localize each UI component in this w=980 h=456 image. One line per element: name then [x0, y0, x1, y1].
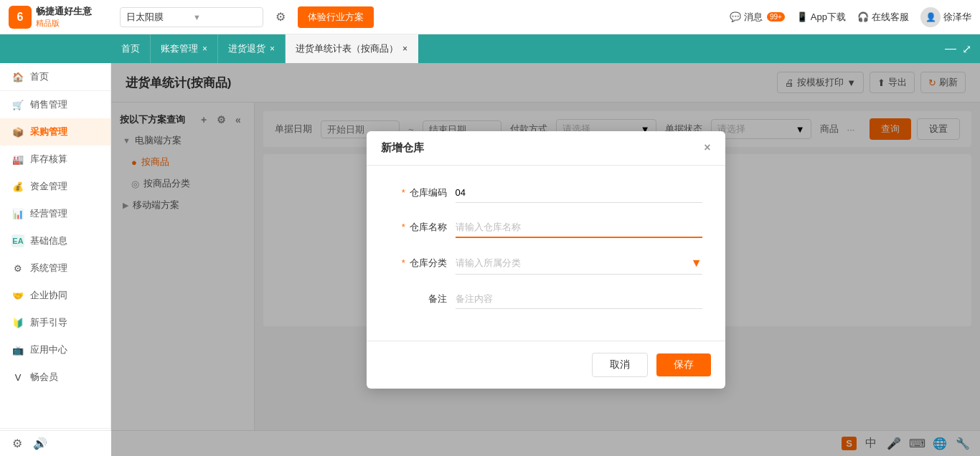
guide-icon: 🔰	[11, 316, 24, 329]
logo-text: 畅捷通好生意 精品版	[36, 5, 92, 29]
headset-icon: 🎧	[857, 11, 869, 22]
tab-accounts[interactable]: 账套管理 ×	[151, 34, 218, 63]
dialog-body: * 仓库编码 * 仓库名称	[367, 166, 725, 341]
search-bar[interactable]: 日太阳膜 ▼	[120, 7, 263, 27]
messages-button[interactable]: 💬 消息 99+	[730, 11, 785, 24]
content-area: 进货单统计(按商品) 🖨 按模板打印 ▼ ⬆ 导出 ↻ 刷新	[111, 63, 980, 456]
form-row-category: * 仓库分类 ▼	[390, 252, 702, 275]
enterprise-icon: 🤝	[11, 289, 24, 302]
member-icon: V	[11, 371, 24, 384]
logo-icon: 6	[9, 6, 32, 29]
save-button[interactable]: 保存	[656, 353, 711, 376]
tab-minimize-button[interactable]: —	[942, 42, 959, 55]
bottom-left: ⚙ 🔊	[9, 435, 49, 452]
code-input[interactable]	[456, 183, 702, 203]
system-icon: ⚙	[11, 262, 24, 275]
form-row-code: * 仓库编码	[390, 183, 702, 203]
sidebar: 🏠 首页 🛒 销售管理 📦 采购管理 🏭 库存核算 💰 资金管理 📊 经营管理 …	[0, 63, 111, 456]
experience-button[interactable]: 体验行业方案	[298, 6, 374, 28]
category-input[interactable]	[456, 257, 691, 268]
top-right: 💬 消息 99+ 📱 App下载 🎧 在线客服 👤 徐泽华	[730, 7, 971, 27]
gear-button[interactable]: ⚙	[269, 6, 292, 29]
search-dropdown-icon: ▼	[193, 13, 257, 22]
code-label: * 仓库编码	[390, 186, 447, 199]
warehouse-icon: 🏭	[11, 153, 24, 166]
form-row-notes: 备注	[390, 289, 702, 309]
info-icon: EA	[11, 234, 24, 247]
sidebar-item-sales[interactable]: 🛒 销售管理	[0, 91, 110, 118]
sidebar-item-apps[interactable]: 📺 应用中心	[0, 336, 110, 364]
category-select[interactable]: ▼	[456, 252, 702, 275]
settings-bottom-icon[interactable]: ⚙	[9, 435, 26, 452]
dialog-footer: 取消 保存	[367, 341, 725, 389]
tab-expand-button[interactable]: ⤢	[959, 42, 974, 56]
message-icon: 💬	[730, 11, 741, 22]
apps-icon: 📺	[11, 343, 24, 356]
category-dropdown-icon: ▼	[691, 257, 702, 270]
cart-icon: 🛒	[11, 98, 24, 111]
dialog-header: 新增仓库 ×	[367, 131, 725, 166]
sidebar-item-purchase[interactable]: 📦 采购管理	[0, 118, 110, 146]
finance-icon: 💰	[11, 180, 24, 193]
sidebar-item-system[interactable]: ⚙ 系统管理	[0, 255, 110, 282]
notes-label: 备注	[390, 293, 447, 305]
tab-home[interactable]: 首页	[111, 34, 151, 63]
tab-close-purchase-return[interactable]: ×	[270, 44, 275, 54]
sidebar-item-operations[interactable]: 📊 经营管理	[0, 200, 110, 227]
tab-bar: 首页 账套管理 × 进货退货 × 进货单统计表（按商品） × — ⤢	[0, 34, 980, 63]
sidebar-item-guide[interactable]: 🔰 新手引导	[0, 309, 110, 336]
app-download-button[interactable]: 📱 App下载	[796, 11, 846, 24]
name-label: * 仓库名称	[390, 221, 447, 234]
main-layout: 🏠 首页 🛒 销售管理 📦 采购管理 🏭 库存核算 💰 资金管理 📊 经营管理 …	[0, 63, 980, 456]
modal-overlay: 新增仓库 × * 仓库编码 *	[111, 63, 980, 456]
sidebar-item-member[interactable]: V 畅会员	[0, 364, 110, 391]
volume-bottom-icon[interactable]: 🔊	[32, 435, 49, 452]
logo-area: 6 畅捷通好生意 精品版	[9, 5, 120, 29]
manage-icon: 📊	[11, 207, 24, 220]
cancel-button[interactable]: 取消	[592, 353, 648, 377]
messages-badge: 99+	[767, 12, 785, 22]
top-header: 6 畅捷通好生意 精品版 日太阳膜 ▼ ⚙ 体验行业方案 💬 消息 99+ 📱 …	[0, 0, 980, 34]
tab-close-purchase-stats[interactable]: ×	[402, 44, 407, 54]
sidebar-item-home[interactable]: 🏠 首页	[0, 63, 110, 90]
purchase-icon: 📦	[11, 125, 24, 138]
sidebar-item-basic-info[interactable]: EA 基础信息	[0, 227, 110, 255]
name-input[interactable]	[456, 217, 702, 238]
sidebar-item-finance[interactable]: 💰 资金管理	[0, 173, 110, 200]
online-service-button[interactable]: 🎧 在线客服	[857, 11, 909, 24]
form-row-name: * 仓库名称	[390, 217, 702, 238]
phone-icon: 📱	[796, 11, 808, 22]
dialog-close-button[interactable]: ×	[704, 141, 710, 154]
user-menu[interactable]: 👤 徐泽华	[920, 7, 971, 27]
tab-purchase-return[interactable]: 进货退货 ×	[218, 34, 286, 63]
sidebar-item-enterprise[interactable]: 🤝 企业协同	[0, 282, 110, 309]
home-icon: 🏠	[11, 70, 24, 83]
tab-close-accounts[interactable]: ×	[202, 44, 207, 54]
notes-input[interactable]	[456, 289, 702, 309]
tab-actions: — ⤢	[942, 42, 980, 56]
dialog-title: 新增仓库	[381, 141, 424, 155]
avatar: 👤	[920, 7, 941, 27]
tab-purchase-stats[interactable]: 进货单统计表（按商品） ×	[286, 34, 418, 63]
add-warehouse-dialog: 新增仓库 × * 仓库编码 *	[367, 131, 725, 389]
category-label: * 仓库分类	[390, 257, 447, 270]
sidebar-item-inventory[interactable]: 🏭 库存核算	[0, 146, 110, 173]
